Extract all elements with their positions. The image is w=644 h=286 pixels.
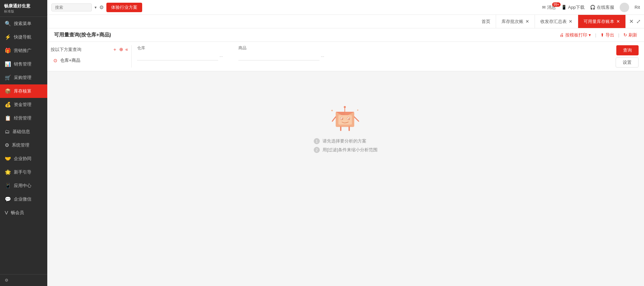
scheme-item-warehouse-goods[interactable]: ⊙ 仓库+商品 xyxy=(51,55,128,66)
empty-tip-2: 2 用[过滤]条件来缩小分析范围 xyxy=(314,147,378,153)
service-icon: 🎧 xyxy=(590,5,595,10)
nav-icon-newbie: 🌟 xyxy=(5,169,11,175)
search-input[interactable] xyxy=(51,3,92,11)
nav-label-marketing: 营销推广 xyxy=(14,48,31,54)
nav-icon-appcenter: 📱 xyxy=(5,183,11,189)
tab-receipt-summary[interactable]: 收发存汇总表✕ xyxy=(535,15,578,28)
expand-tab-button[interactable]: ⤢ xyxy=(636,18,641,25)
nav-icon-shortcut: ⚡ xyxy=(5,34,11,40)
topbar-right: ✉ 消息 99+ 📱 App下载 🎧 在线客服 Rit xyxy=(542,3,640,12)
refresh-button[interactable]: ↻ 刷新 xyxy=(623,32,637,38)
query-btn-area: 查询 设置 xyxy=(616,45,644,68)
sidebar-item-appcenter[interactable]: 📱应用中心 xyxy=(0,179,47,192)
sidebar-item-system[interactable]: ⚙系统管理 xyxy=(0,138,47,152)
sidebar-item-sales[interactable]: 📊销售管理 xyxy=(0,57,47,71)
goods-filter-group: 商品 ··· xyxy=(238,45,333,60)
goods-input[interactable] xyxy=(238,52,319,60)
close-tab-button[interactable]: ✕ xyxy=(629,18,634,25)
sidebar-item-purchase[interactable]: 🛒采购管理 xyxy=(0,71,47,84)
tab-close-available-ledger[interactable]: ✕ xyxy=(616,19,620,24)
page-title: 可用量查询(按仓库+商品) xyxy=(54,32,111,38)
goods-input-row: ··· xyxy=(238,52,333,60)
avatar[interactable] xyxy=(620,3,629,12)
sidebar-item-marketing[interactable]: 🎁营销推广 xyxy=(0,44,47,57)
scheme-icon: ⊙ xyxy=(53,58,57,63)
query-sidebar-actions: ＋ ⊕ « xyxy=(112,47,128,53)
settings-scheme-button[interactable]: ⊕ xyxy=(119,47,123,53)
nav-icon-sales: 📊 xyxy=(5,61,11,67)
messages-button[interactable]: ✉ 消息 99+ xyxy=(542,4,556,10)
user-name: Rit xyxy=(635,5,640,10)
tab-batch-account[interactable]: 库存批次账✕ xyxy=(496,15,535,28)
svg-point-9 xyxy=(344,106,346,108)
sidebar-logo: 畅康通好生意 标准版 xyxy=(0,0,47,17)
print-button[interactable]: 🖨 按模板打印 ▾ xyxy=(560,32,591,38)
query-area: 按以下方案查询 ＋ ⊕ « ⊙ 仓库+商品 仓库 xyxy=(47,42,644,71)
sidebar-item-search[interactable]: 🔍搜索菜单 xyxy=(0,17,47,30)
sidebar-item-finance[interactable]: 💰资金管理 xyxy=(0,98,47,111)
goods-more-button[interactable]: ··· xyxy=(321,54,324,59)
nav-icon-operations: 📋 xyxy=(5,115,11,121)
nav-label-wechat: 企业微信 xyxy=(14,196,31,202)
messages-badge: 99+ xyxy=(552,2,561,7)
app-download-label: App下载 xyxy=(568,4,585,10)
chevron-down-icon[interactable]: ▾ xyxy=(95,5,97,10)
svg-line-13 xyxy=(354,117,359,121)
warehouse-filter-group: 仓库 ··· xyxy=(137,45,232,60)
nav-label-finance: 资金管理 xyxy=(14,102,31,108)
tip-number-1: 1 xyxy=(314,138,320,144)
settings-button[interactable]: 设置 xyxy=(616,57,639,68)
tab-label-home: 首页 xyxy=(482,19,490,25)
scheme-label: 仓库+商品 xyxy=(60,57,80,63)
nav-label-search: 搜索菜单 xyxy=(14,21,31,27)
empty-state-illustration: ✦ ✦ xyxy=(329,98,363,132)
sidebar-item-newbie[interactable]: 🌟新手引导 xyxy=(0,165,47,179)
sidebar-item-operations[interactable]: 📋经营管理 xyxy=(0,111,47,125)
sidebar-logo-sub: 标准版 xyxy=(4,9,43,14)
add-scheme-button[interactable]: ＋ xyxy=(112,47,117,53)
tab-home[interactable]: 首页 xyxy=(476,15,496,28)
nav-icon-enterprise: 🤝 xyxy=(5,156,11,162)
trial-button[interactable]: 体验行业方案 xyxy=(106,3,142,12)
query-sidebar: 按以下方案查询 ＋ ⊕ « ⊙ 仓库+商品 xyxy=(47,45,132,68)
svg-line-12 xyxy=(332,117,336,121)
tabbar-actions: ✕ ⤢ xyxy=(626,18,644,25)
tab-close-batch-account[interactable]: ✕ xyxy=(525,19,529,24)
sidebar-item-base[interactable]: 🗂基础信息 xyxy=(0,125,47,138)
sidebar-item-member[interactable]: V畅会员 xyxy=(0,206,47,219)
tip-text-2: 用[过滤]条件来缩小分析范围 xyxy=(323,147,378,153)
collapse-sidebar-button[interactable]: « xyxy=(125,47,128,53)
online-service-button[interactable]: 🎧 在线客服 xyxy=(590,4,614,10)
nav-icon-wechat: 💬 xyxy=(5,196,11,202)
tip-text-1: 请先选择要分析的方案 xyxy=(323,138,366,144)
export-button[interactable]: ⬆ 导出 xyxy=(600,32,614,38)
warehouse-input-row: ··· xyxy=(137,52,232,60)
app-download-button[interactable]: 📱 App下载 xyxy=(561,4,585,10)
tab-close-receipt-summary[interactable]: ✕ xyxy=(569,19,572,24)
query-filters: 仓库 ··· 商品 ··· xyxy=(132,45,616,68)
nav-label-system: 系统管理 xyxy=(12,142,29,148)
chevron-down-icon: ▾ xyxy=(589,32,591,37)
warehouse-input[interactable] xyxy=(137,52,218,60)
sidebar-logo-title: 畅康通好生意 xyxy=(4,3,43,9)
nav-icon-inventory: 📦 xyxy=(5,88,11,94)
sidebar-item-shortcut[interactable]: ⚡快捷导航 xyxy=(0,30,47,44)
page-content: ✦ ✦ 1 请先选择要分析的方案 2 用[过滤]条件来缩小分析范围 xyxy=(47,71,644,286)
warehouse-more-button[interactable]: ··· xyxy=(220,54,223,59)
print-icon: 🖨 xyxy=(560,32,564,37)
nav-label-operations: 经营管理 xyxy=(14,115,31,121)
nav-label-newbie: 新手引导 xyxy=(14,169,31,175)
gear-icon[interactable]: ⚙ xyxy=(99,4,104,10)
query-button[interactable]: 查询 xyxy=(616,45,639,55)
sidebar-item-enterprise[interactable]: 🤝企业协同 xyxy=(0,152,47,165)
sidebar-item-wechat[interactable]: 💬企业微信 xyxy=(0,192,47,206)
svg-point-7 xyxy=(348,118,350,120)
topbar: ▾ ⚙ 体验行业方案 ✉ 消息 99+ 📱 App下载 🎧 在线客服 Rit xyxy=(47,0,644,15)
goods-filter-label: 商品 xyxy=(238,45,333,51)
nav-label-shortcut: 快捷导航 xyxy=(14,34,31,40)
nav-label-appcenter: 应用中心 xyxy=(14,183,31,189)
sidebar-item-inventory[interactable]: 📦库存核算 xyxy=(0,84,47,98)
tab-available-ledger[interactable]: 可用量库存账本✕ xyxy=(578,15,626,28)
main-wrapper: ▾ ⚙ 体验行业方案 ✉ 消息 99+ 📱 App下载 🎧 在线客服 Rit 首 xyxy=(47,0,644,286)
nav-label-inventory: 库存核算 xyxy=(14,88,31,94)
